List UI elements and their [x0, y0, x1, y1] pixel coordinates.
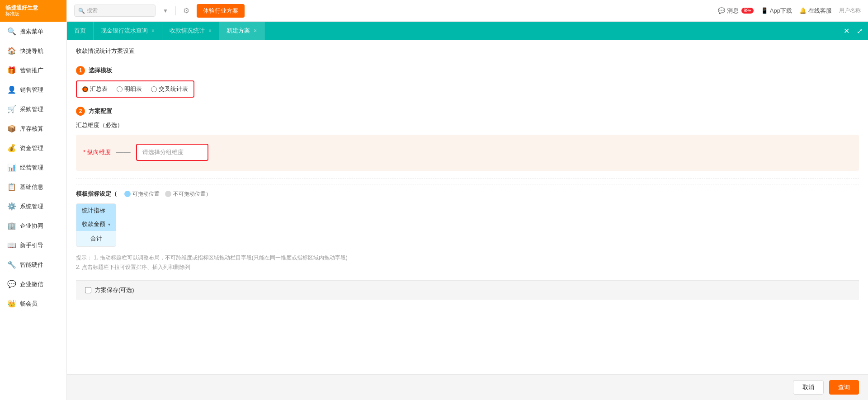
metrics-item-name: 收款金额: [82, 220, 105, 228]
sidebar-item-system[interactable]: ⚙️ 系统管理: [0, 197, 66, 216]
page-content: 收款情况统计方案设置 1 选择模板 汇总表 明细表: [67, 40, 868, 374]
topbar: 🔍 搜索 ▼ ⚙ 体验行业方案 💬 消息 99+ 📱 App下载 🔔 在线客服 …: [67, 0, 868, 22]
sidebar-item-basic-info[interactable]: 📋 基础信息: [0, 177, 66, 197]
sidebar-item-label: 采购管理: [20, 105, 43, 113]
tab-receipt-stats[interactable]: 收款情况统计 ×: [162, 22, 219, 40]
section2-num: 2: [76, 107, 85, 116]
draggable-hint: 可拖动位置 不可拖动位置）: [124, 190, 211, 198]
metrics-header: 模板指标设定（ 可拖动位置 不可拖动位置）: [76, 190, 859, 198]
sidebar-item-member[interactable]: 👑 畅会员: [0, 294, 66, 313]
dimension-select[interactable]: 请选择分组维度: [136, 144, 208, 161]
sidebar-item-inventory[interactable]: 📦 库存核算: [0, 119, 66, 138]
sidebar-item-label: 资金管理: [20, 144, 43, 152]
app-download-item[interactable]: 📱 App下载: [761, 7, 792, 15]
main-area: 🔍 搜索 ▼ ⚙ 体验行业方案 💬 消息 99+ 📱 App下载 🔔 在线客服 …: [67, 0, 868, 400]
expand-window-icon[interactable]: ⤢: [855, 25, 864, 37]
query-button[interactable]: 查询: [829, 380, 859, 395]
home-icon: 🏠: [7, 47, 16, 55]
radio-summary-input[interactable]: [82, 86, 88, 92]
sidebar-item-hardware[interactable]: 🔧 智能硬件: [0, 255, 66, 274]
non-draggable-label: 不可拖动位置）: [173, 190, 211, 198]
list-icon: 📋: [7, 183, 16, 191]
tab-bank-flow-label: 现金银行流水查询: [101, 27, 148, 35]
tab-receipt-stats-close-icon[interactable]: ×: [208, 28, 212, 34]
tips-section: 提示： 1. 拖动标题栏可以调整布局，不可跨维度或指标区域拖动栏目字段(只能在同…: [76, 254, 859, 271]
sidebar-item-label: 库存核算: [20, 125, 43, 133]
sidebar-item-purchase[interactable]: 🛒 采购管理: [0, 99, 66, 119]
non-draggable-dot: [165, 191, 171, 197]
sidebar-item-wechat[interactable]: 💬 企业微信: [0, 274, 66, 294]
radio-summary-label: 汇总表: [90, 85, 108, 93]
radio-detail-label: 明细表: [124, 85, 142, 93]
sidebar-item-enterprise[interactable]: 🏢 企业协同: [0, 216, 66, 235]
tabbar-actions: ✕ ⤢: [842, 25, 868, 37]
dimension-row-label: 纵向维度: [83, 148, 111, 156]
search-box[interactable]: 🔍 搜索: [74, 5, 156, 17]
tab-bank-flow[interactable]: 现金银行流水查询 ×: [94, 22, 162, 40]
section2-title: 方案配置: [89, 107, 112, 115]
messages-badge: 99+: [741, 8, 754, 14]
search-placeholder: 搜索: [87, 7, 98, 14]
tab-new-plan[interactable]: 新建方案 ×: [219, 22, 264, 40]
section1-title: 选择模板: [89, 66, 112, 75]
chevron-down-icon[interactable]: ▾: [108, 222, 110, 227]
building-icon: 🏢: [7, 221, 16, 230]
chat-icon: 💬: [7, 280, 16, 288]
cancel-button[interactable]: 取消: [793, 380, 824, 395]
radio-cross[interactable]: 交叉统计表: [151, 85, 188, 93]
sidebar-item-guide[interactable]: 📖 新手引导: [0, 235, 66, 255]
sidebar-item-operations[interactable]: 📊 经营管理: [0, 158, 66, 177]
dimension-section-title: 汇总维度（必选）: [76, 121, 859, 129]
metrics-item-header[interactable]: 收款金额 ▾: [76, 217, 116, 231]
section1-header: 1 选择模板: [76, 66, 859, 75]
sidebar-item-finance[interactable]: 💰 资金管理: [0, 138, 66, 158]
sidebar-item-sales[interactable]: 👤 销售管理: [0, 80, 66, 99]
draggable-label: 可拖动位置: [132, 190, 160, 198]
hardware-icon: 🔧: [7, 260, 16, 269]
save-checkbox[interactable]: [85, 287, 91, 293]
template-options-box: 汇总表 明细表 交叉统计表: [76, 80, 194, 98]
close-window-icon[interactable]: ✕: [842, 25, 851, 37]
dimension-area: 纵向维度 —— 请选择分组维度: [76, 135, 859, 171]
tab-new-plan-label: 新建方案: [226, 27, 250, 35]
box-icon: 📦: [7, 124, 16, 133]
draggable-dot: [124, 191, 131, 197]
content-area: 收款情况统计方案设置 1 选择模板 汇总表 明细表: [67, 40, 868, 374]
service-icon: 🔔: [799, 7, 807, 14]
section-divider: [76, 178, 859, 179]
sidebar-item-label: 畅会员: [20, 300, 38, 308]
radio-detail-input[interactable]: [117, 86, 123, 92]
sidebar-item-label: 销售管理: [20, 86, 43, 94]
sidebar-logo-name: 畅捷通好生意: [5, 5, 38, 11]
chart-icon: 📊: [7, 163, 16, 172]
dropdown-arrow-icon[interactable]: ▼: [163, 8, 168, 14]
sidebar-item-label: 系统管理: [20, 202, 43, 211]
user-icon: 👤: [7, 85, 16, 94]
username-item[interactable]: 用户名称: [839, 7, 861, 14]
radio-summary[interactable]: 汇总表: [82, 85, 108, 93]
sidebar-item-search-menu[interactable]: 🔍 搜索菜单: [0, 22, 66, 41]
section-template: 1 选择模板 汇总表 明细表 交叉统计表: [76, 66, 859, 98]
radio-cross-label: 交叉统计表: [159, 85, 188, 93]
sidebar-logo-sub: 标准版: [5, 11, 38, 17]
sidebar-item-marketing[interactable]: 🎁 营销推广: [0, 61, 66, 80]
settings-icon[interactable]: ⚙: [183, 6, 189, 15]
metrics-group-name: 统计指标: [82, 207, 105, 215]
search-icon: 🔍: [78, 8, 85, 14]
sidebar-item-quick-nav[interactable]: 🏠 快捷导航: [0, 41, 66, 61]
radio-detail[interactable]: 明细表: [117, 85, 142, 93]
metrics-group: 统计指标 收款金额 ▾ 合计: [76, 203, 116, 247]
sidebar-item-label: 企业协同: [20, 222, 43, 230]
tab-home[interactable]: 首页: [67, 22, 94, 40]
section-config: 2 方案配置 汇总维度（必选） 纵向维度 —— 请选择分组维度: [76, 107, 859, 271]
trial-button[interactable]: 体验行业方案: [197, 4, 245, 18]
cart-icon: 🛒: [7, 105, 16, 113]
tab-bank-flow-close-icon[interactable]: ×: [151, 28, 155, 34]
messages-item[interactable]: 💬 消息 99+: [718, 7, 754, 15]
radio-cross-input[interactable]: [151, 86, 157, 92]
tab-receipt-stats-label: 收款情况统计: [170, 27, 205, 35]
book-icon: 📖: [7, 241, 16, 249]
metrics-group-header[interactable]: 统计指标: [76, 204, 116, 217]
online-service-item[interactable]: 🔔 在线客服: [799, 7, 832, 15]
tab-new-plan-close-icon[interactable]: ×: [254, 28, 257, 34]
